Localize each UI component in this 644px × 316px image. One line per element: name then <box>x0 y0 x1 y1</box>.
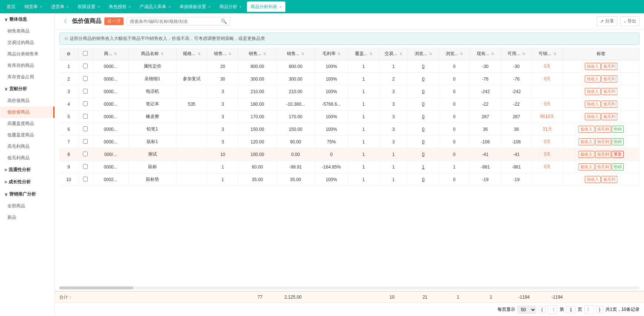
row-checkbox[interactable] <box>78 73 93 85</box>
filter-button[interactable]: 近一月 <box>104 17 124 25</box>
sidebar-item-traded-goods[interactable]: 交易过的商品 <box>0 37 54 48</box>
horizontal-scrollbar[interactable] <box>59 286 640 289</box>
sidebar-item-stock-goods[interactable]: 有库存的商品 <box>0 60 54 71</box>
row-views1[interactable]: 0 <box>408 173 439 186</box>
nav-close-icon[interactable]: × <box>208 5 211 9</box>
nav-product-analysis[interactable]: 商品分析 × <box>216 1 245 12</box>
sidebar-item-category-rate[interactable]: 商品分类销售率 <box>0 48 54 60</box>
row-checkbox[interactable] <box>78 148 93 161</box>
row-checkbox[interactable] <box>78 173 93 186</box>
row-select-checkbox[interactable] <box>83 76 88 81</box>
views-link[interactable]: 0 <box>422 102 425 107</box>
nav-close-icon[interactable]: × <box>40 5 42 9</box>
row-views1[interactable]: 0 <box>408 111 439 123</box>
col-sales1[interactable]: 销售... ⇅ <box>207 48 238 60</box>
row-checkbox[interactable] <box>78 111 93 123</box>
col-views1[interactable]: 浏览... ⇅ <box>408 48 439 60</box>
row-views1[interactable]: 0 <box>408 148 439 161</box>
row-select-checkbox[interactable] <box>83 139 88 144</box>
nav-close-icon[interactable]: × <box>239 5 242 9</box>
row-views1[interactable]: 0 <box>408 73 439 85</box>
col-settings[interactable]: ⚙ <box>59 48 78 60</box>
row-checkbox[interactable] <box>78 85 93 98</box>
row-select-checkbox[interactable] <box>83 152 88 156</box>
row-views1[interactable]: 0 <box>408 123 439 136</box>
row-select-checkbox[interactable] <box>83 164 88 169</box>
row-select-checkbox[interactable] <box>83 64 88 68</box>
nav-close-icon[interactable]: × <box>279 5 282 9</box>
row-checkbox[interactable] <box>78 161 93 173</box>
col-name[interactable]: 商品名称 ⇅ <box>128 48 176 60</box>
nav-template-settings[interactable]: 单据模板设置 × <box>176 1 214 12</box>
search-input[interactable] <box>130 19 219 24</box>
page-size-select[interactable]: 50 100 200 <box>517 306 536 314</box>
col-margin-rate[interactable]: 毛利率 ⇅ <box>315 48 348 60</box>
export-button[interactable]: ↓ 导出 <box>620 16 640 26</box>
sidebar-group-circulation[interactable]: > 流通性分析 <box>0 164 54 176</box>
col-current-stock[interactable]: 现有... ⇅ <box>470 48 501 60</box>
col-checkbox[interactable] <box>78 48 93 60</box>
row-views1[interactable]: 0 <box>408 98 439 111</box>
col-views2[interactable]: 浏览... ⇅ <box>439 48 470 60</box>
views-link[interactable]: 0 <box>422 89 425 94</box>
row-views1[interactable]: 0 <box>408 136 439 148</box>
row-views1[interactable]: 0 <box>408 60 439 73</box>
sidebar-group-contribution[interactable]: ∨ 贡献分析 <box>0 83 54 95</box>
row-views1[interactable]: 1 <box>408 161 439 173</box>
col-sales2[interactable]: 销售... ⇅ <box>238 48 276 60</box>
col-available-stock[interactable]: 可用... ⇅ <box>501 48 532 60</box>
nav-product-analysis-list[interactable]: 商品分析列表 × <box>247 1 285 12</box>
row-checkbox[interactable] <box>78 60 93 73</box>
views-link[interactable]: 0 <box>422 114 425 119</box>
nav-close-icon[interactable]: × <box>98 5 100 9</box>
sidebar-group-overall[interactable]: ∨ 整体信息 <box>0 13 54 26</box>
views-link[interactable]: 0 <box>422 139 425 145</box>
next-page-button[interactable]: 〉 <box>584 305 594 314</box>
share-button[interactable]: ↗ 分享 <box>597 16 617 26</box>
sidebar-collapse-button[interactable]: 《 <box>59 17 69 26</box>
sidebar-item-low-coverage[interactable]: 低覆盖度商品 <box>0 129 54 141</box>
views-link[interactable]: 0 <box>422 77 425 82</box>
sidebar-group-marketing[interactable]: ∨ 营销推广分析 <box>0 188 54 200</box>
nav-close-icon[interactable]: × <box>129 5 131 9</box>
scrollbar-thumb[interactable] <box>59 286 133 289</box>
sidebar-item-stock-fund[interactable]: 库存资金占用 <box>0 71 54 83</box>
sidebar-item-high-coverage[interactable]: 高覆盖度商品 <box>0 118 54 129</box>
sidebar-item-low-value[interactable]: 低价值商品 <box>0 106 54 118</box>
select-all-checkbox[interactable] <box>83 51 88 56</box>
col-transaction[interactable]: 交易... ⇅ <box>379 48 407 60</box>
nav-close-icon[interactable]: × <box>67 5 69 9</box>
col-spec[interactable]: 规格... ⇅ <box>176 48 207 60</box>
col-sales3[interactable]: 销售... ⇅ <box>276 48 315 60</box>
col-coverage[interactable]: 覆盖... ⇅ <box>348 48 379 60</box>
row-checkbox[interactable] <box>78 123 93 136</box>
row-select-checkbox[interactable] <box>83 89 88 94</box>
row-select-checkbox[interactable] <box>83 101 88 106</box>
search-box[interactable] <box>127 17 230 26</box>
views-link[interactable]: 1 <box>422 164 425 170</box>
sidebar-item-new-goods[interactable]: 新品 <box>0 212 54 223</box>
nav-product-inbound[interactable]: 产成品入库单 × <box>136 1 174 12</box>
nav-sales-order[interactable]: 销货单 × <box>21 1 46 12</box>
views-link[interactable]: 0 <box>422 152 425 157</box>
nav-close-icon[interactable]: × <box>168 5 171 9</box>
row-views1[interactable]: 0 <box>408 85 439 98</box>
nav-role-auth[interactable]: 角色授权 × <box>105 1 135 12</box>
row-select-checkbox[interactable] <box>83 114 88 119</box>
sidebar-item-high-margin[interactable]: 高毛利商品 <box>0 141 54 152</box>
row-select-checkbox[interactable] <box>83 126 88 131</box>
nav-home[interactable]: 首页 <box>3 1 19 12</box>
nav-permission-settings[interactable]: 权限设置 × <box>74 1 104 12</box>
sidebar-item-high-value[interactable]: 高价值商品 <box>0 95 54 106</box>
sidebar-item-all-goods[interactable]: 全部商品 <box>0 200 54 212</box>
sidebar-group-growth[interactable]: > 成长性分析 <box>0 176 54 188</box>
row-checkbox[interactable] <box>78 98 93 111</box>
sidebar-item-sales-goods[interactable]: 销售类商品 <box>0 26 54 37</box>
sidebar-item-low-margin[interactable]: 低毛利商品 <box>0 152 54 164</box>
row-select-checkbox[interactable] <box>83 177 88 181</box>
last-page-button[interactable]: ⟩ <box>596 306 603 313</box>
views-link[interactable]: 0 <box>422 64 425 69</box>
col-sellable[interactable]: 可销... ⇅ <box>532 48 563 60</box>
views-link[interactable]: 0 <box>422 177 425 182</box>
first-page-button[interactable]: ⟨ <box>539 306 546 313</box>
